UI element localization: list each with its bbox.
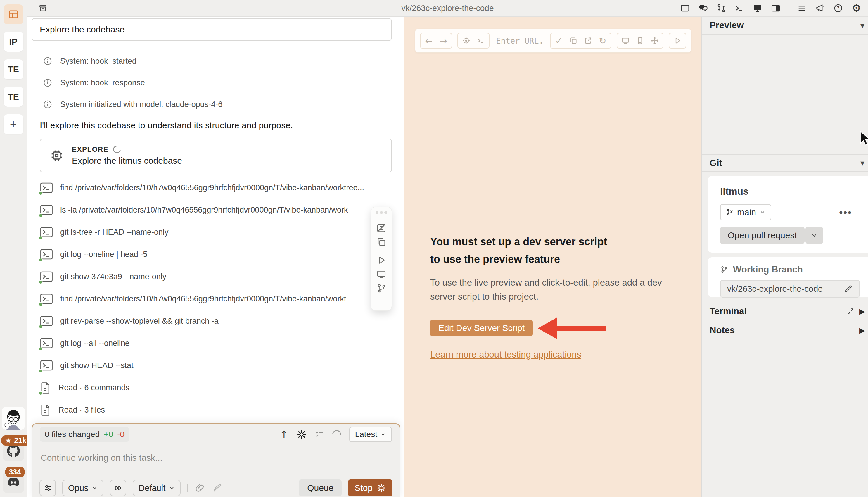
drag-handle-icon[interactable] (376, 211, 387, 214)
discord-link[interactable]: 334 (3, 472, 24, 493)
edit-pencil-icon[interactable] (844, 284, 853, 293)
info-icon (43, 78, 53, 88)
open-external-icon[interactable] (583, 36, 593, 45)
right-sidebar: Preview ▾ Git ▾ litmus main ••• Open pul… (701, 17, 868, 497)
version-selector[interactable]: Latest (349, 427, 392, 442)
command-text: git rev-parse --show-toplevel && git bra… (60, 317, 219, 326)
url-input[interactable]: Enter URL. (495, 36, 545, 45)
back-icon[interactable]: ← (424, 36, 433, 45)
system-message-row[interactable]: System: hook_response (43, 72, 404, 94)
check-icon[interactable]: ✓ (554, 36, 563, 45)
command-row[interactable]: git show HEAD --stat (40, 354, 404, 377)
file-read-row[interactable]: Read · 3 files (40, 399, 404, 421)
caret-right-icon: ▶ (859, 307, 865, 316)
fast-forward-button[interactable] (110, 480, 126, 496)
rail-project-list: IP TE TE (0, 32, 27, 107)
command-row[interactable]: git log --oneline | head -5 (40, 243, 404, 266)
success-dot (39, 236, 43, 240)
success-dot (39, 258, 43, 262)
section-label: Terminal (710, 306, 747, 317)
learn-more-link[interactable]: Learn more about testing applications (430, 349, 581, 360)
git-branch-icon[interactable] (374, 281, 388, 295)
play-icon[interactable] (374, 253, 388, 267)
copy-icon[interactable] (569, 36, 578, 45)
copy-icon[interactable] (374, 235, 388, 249)
scan-disabled-icon[interactable] (374, 221, 388, 235)
tool-call-card[interactable]: EXPLORE Explore the litmus codebase (40, 139, 392, 172)
floating-toolbar[interactable] (371, 207, 392, 311)
run-icon[interactable] (673, 36, 682, 45)
rail-item-active[interactable] (3, 4, 24, 24)
user-avatar[interactable] (2, 407, 25, 430)
edit-dev-server-script-button[interactable]: Edit Dev Server Script (430, 320, 533, 337)
section-label: Preview (710, 20, 744, 31)
command-row[interactable]: git rev-parse --show-toplevel && git bra… (40, 310, 404, 332)
queue-button[interactable]: Queue (299, 480, 342, 496)
command-row[interactable]: find /private/var/folders/10/h7w0q46556g… (40, 176, 404, 199)
chevron-down-icon (92, 485, 98, 491)
command-row[interactable]: ls -la /private/var/folders/10/h7w0q4655… (40, 199, 404, 221)
command-row[interactable]: find /private/var/folders/10/h7w0q46556g… (40, 288, 404, 310)
terminal-command-icon (40, 248, 53, 260)
checklist-icon[interactable] (315, 430, 324, 439)
working-branch-label: Working Branch (733, 264, 803, 275)
scroll-up-icon[interactable]: ↑ (280, 429, 288, 441)
section-header-terminal[interactable]: Terminal ▶ (702, 302, 868, 320)
files-changed-chip[interactable]: 0 files changed +0 -0 (40, 427, 129, 442)
branch-selector[interactable]: main (720, 204, 771, 221)
assistant-message: I'll explore this codebase to understand… (40, 120, 404, 130)
preview-panel: ← → Enter URL. ✓ ↻ (404, 17, 701, 497)
add-project-button[interactable]: + (3, 114, 24, 134)
more-options-button[interactable]: ••• (839, 207, 852, 218)
top-bar: vk/263c-explore-the-code (27, 0, 868, 17)
tool-call-description: Explore the litmus codebase (72, 156, 182, 166)
command-row[interactable]: git ls-tree -r HEAD --name-only (40, 221, 404, 243)
caret-right-icon: ▶ (859, 326, 865, 335)
files-changed-text: 0 files changed (45, 430, 100, 439)
rail-item-project[interactable]: TE (3, 59, 24, 79)
github-stars-badge: ★ 21k (1, 435, 30, 446)
rail-item-project[interactable]: TE (3, 87, 24, 107)
target-icon[interactable] (462, 36, 471, 45)
stop-button[interactable]: Stop (348, 480, 392, 496)
refresh-icon[interactable]: ↻ (598, 36, 607, 45)
move-icon[interactable] (650, 36, 659, 45)
mode-label: Default (139, 483, 165, 493)
queue-label: Queue (307, 483, 333, 493)
model-selector[interactable]: Opus (62, 480, 103, 496)
settings-sliders-button[interactable] (40, 480, 56, 496)
working-branch-field[interactable]: vk/263c-explore-the-code (720, 280, 860, 298)
open-pr-dropdown[interactable] (806, 227, 823, 244)
stop-label: Stop (355, 483, 373, 493)
mobile-view-icon[interactable] (635, 36, 645, 45)
section-header-preview[interactable]: Preview ▾ (702, 17, 868, 35)
success-dot (39, 391, 43, 395)
system-message-row[interactable]: System initialized with model: claude-op… (43, 94, 404, 115)
chevron-down-icon (380, 431, 386, 437)
section-header-git[interactable]: Git ▾ (702, 154, 868, 172)
rail-item-project[interactable]: IP (3, 32, 24, 52)
file-read-row[interactable]: Read · 6 commands (40, 377, 404, 399)
section-header-notes[interactable]: Notes ▶ (702, 322, 868, 339)
version-label: Latest (355, 430, 377, 439)
command-row[interactable]: git log --all --oneline (40, 332, 404, 354)
section-label: Git (710, 158, 722, 168)
system-message-row[interactable]: System: hook_started (43, 50, 404, 72)
mode-selector[interactable]: Default (133, 480, 180, 496)
open-pr-button[interactable]: Open pull request (720, 227, 805, 244)
terminal-icon[interactable] (476, 36, 486, 45)
message-input[interactable]: Continue working on this task... (32, 445, 400, 463)
attachment-icon[interactable] (194, 482, 205, 494)
rail-item-label: TE (8, 92, 19, 102)
pen-icon[interactable] (212, 482, 223, 494)
file-icon (40, 404, 52, 416)
monitor-icon[interactable] (374, 267, 388, 281)
desktop-view-icon[interactable] (621, 36, 630, 45)
command-row[interactable]: git show 374e3a9 --name-only (40, 266, 404, 288)
forward-icon[interactable]: → (439, 36, 448, 45)
loading-spinner-icon (331, 428, 343, 441)
preview-empty-state: You must set up a dev server script to u… (430, 233, 682, 360)
task-title-card[interactable]: Explore the codebase (32, 18, 392, 41)
spark-icon[interactable] (296, 429, 307, 439)
github-link[interactable]: ★ 21k (3, 440, 24, 462)
